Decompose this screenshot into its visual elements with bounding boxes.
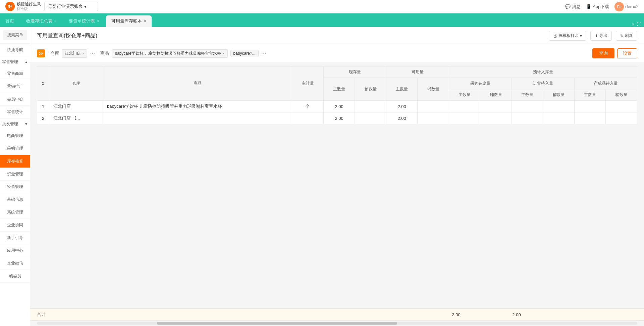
tab-order-stats[interactable]: 要货单统计表 × bbox=[63, 15, 105, 27]
warehouse-filter-more[interactable]: ··· bbox=[90, 50, 95, 57]
sidebar: 搜索菜单 快捷导航 零售管理 ▲ 零售商城 营销推广 会员中心 零售统计 批发管… bbox=[0, 27, 30, 326]
tab-available-stock[interactable]: 可用量库存账本 × bbox=[106, 15, 152, 27]
cell-current-aux bbox=[355, 101, 386, 112]
page-actions: 🖨 按模板打印 ▾ ⬆ 导出 ↻ 刷新 bbox=[549, 31, 637, 41]
sidebar-item-member[interactable]: 会员中心 bbox=[0, 93, 30, 106]
th-current-main: 主数量 bbox=[323, 78, 355, 101]
filter-expand-button[interactable]: ≫ bbox=[37, 49, 45, 57]
export-label: 导出 bbox=[599, 33, 607, 39]
sidebar-item-operations[interactable]: 经营管理 bbox=[0, 181, 30, 193]
product-filter-more[interactable]: ··· bbox=[261, 50, 266, 57]
tab-order-stats-close[interactable]: × bbox=[97, 19, 99, 24]
industry-selector[interactable]: 母婴行业演示账套 ▾ bbox=[44, 2, 98, 11]
product-filter-tag2[interactable]: babycare?... bbox=[230, 50, 259, 57]
th-settings[interactable]: ⚙ bbox=[37, 66, 49, 101]
print-icon: 🖨 bbox=[553, 34, 557, 38]
th-unit: 主计量 bbox=[292, 66, 324, 101]
tab-bar-actions: × ⛶ bbox=[632, 22, 644, 27]
cell-unit: 个 bbox=[292, 101, 324, 112]
ecommerce-label: 电商管理 bbox=[7, 133, 23, 139]
tab-income-summary[interactable]: 收发存汇总表 × bbox=[21, 15, 62, 27]
app-download-button[interactable]: 📱 App下载 bbox=[586, 4, 609, 10]
cell-product-main bbox=[574, 112, 606, 124]
th-product-aux: 辅数量 bbox=[606, 89, 637, 101]
tab-maximize-icon[interactable]: ⛶ bbox=[637, 22, 641, 27]
cell-current-aux bbox=[355, 112, 386, 124]
enterprise-wechat-label: 企业微信 bbox=[7, 261, 23, 266]
warehouse-filter-close[interactable]: × bbox=[82, 51, 84, 55]
wholesale-label: 批发管理 bbox=[2, 121, 18, 127]
table-footer: 合计 2.00 2.00 bbox=[30, 308, 644, 320]
product-filter-close1[interactable]: × bbox=[222, 51, 224, 55]
retail-mgmt-arrow: ▲ bbox=[24, 60, 28, 64]
sidebar-item-wholesale[interactable]: 批发管理 ▼ bbox=[0, 119, 30, 130]
enterprise-collab-label: 企业协同 bbox=[7, 222, 23, 228]
marketing-label: 营销推广 bbox=[7, 84, 23, 89]
export-button[interactable]: ⬆ 导出 bbox=[590, 31, 612, 41]
th-purchase-aux: 辅数量 bbox=[480, 89, 512, 101]
template-print-label: 按模板打印 bbox=[558, 33, 579, 39]
cell-product-main bbox=[574, 101, 606, 112]
refresh-label: 刷新 bbox=[625, 33, 633, 39]
tab-close-all-icon[interactable]: × bbox=[632, 22, 634, 27]
sidebar-item-retail-stats[interactable]: 零售统计 bbox=[0, 106, 30, 119]
new-guide-label: 新手引导 bbox=[7, 235, 23, 241]
sidebar-item-basic-info[interactable]: 基础信息 bbox=[0, 193, 30, 206]
scroll-bar-track[interactable] bbox=[37, 322, 637, 325]
footer-available-main: 2.00 bbox=[503, 312, 530, 317]
sidebar-item-enterprise-collab[interactable]: 企业协同 bbox=[0, 219, 30, 232]
tab-income-summary-close[interactable]: × bbox=[54, 19, 57, 24]
query-button[interactable]: 查询 bbox=[592, 48, 614, 58]
scroll-bar-area bbox=[30, 320, 644, 326]
vip-label: 畅会员 bbox=[9, 273, 21, 279]
refresh-icon: ↻ bbox=[620, 34, 624, 38]
sidebar-item-finance[interactable]: 资金管理 bbox=[0, 168, 30, 181]
avatar: Ea bbox=[614, 2, 624, 11]
search-menu-button[interactable]: 搜索菜单 bbox=[3, 30, 27, 40]
cell-incoming-aux bbox=[543, 112, 575, 124]
cell-index: 2 bbox=[37, 112, 49, 124]
basic-info-label: 基础信息 bbox=[7, 197, 23, 202]
message-button[interactable]: 💬 消息 bbox=[565, 4, 581, 10]
settings-button[interactable]: 设置 bbox=[617, 48, 637, 58]
top-bar-left: 好 畅捷通好生意 标准版 母婴行业演示账套 ▾ bbox=[5, 2, 98, 11]
tab-available-stock-close[interactable]: × bbox=[144, 19, 146, 24]
tab-home[interactable]: 首页 bbox=[0, 15, 19, 27]
product-filter-value2: babycare?... bbox=[233, 51, 256, 56]
cell-purchase-main bbox=[449, 112, 480, 124]
th-available-main: 主数量 bbox=[386, 78, 418, 101]
sidebar-item-vip[interactable]: 畅会员 bbox=[0, 270, 30, 283]
sidebar-item-retail-mgmt[interactable]: 零售管理 ▲ bbox=[0, 56, 30, 67]
cell-product-aux bbox=[606, 101, 637, 112]
sidebar-item-new-guide[interactable]: 新手引导 bbox=[0, 232, 30, 244]
inventory-label: 库存核算 bbox=[7, 158, 23, 164]
sidebar-item-marketing[interactable]: 营销推广 bbox=[0, 80, 30, 93]
warehouse-filter-tag[interactable]: 江北门店 × bbox=[62, 49, 87, 58]
cell-purchase-aux bbox=[480, 112, 512, 124]
retail-mgmt-label: 零售管理 bbox=[2, 59, 18, 65]
tab-order-stats-label: 要货单统计表 bbox=[69, 18, 95, 24]
th-product: 商品 bbox=[103, 66, 292, 101]
table-row: 2 江北门店 【... 2.00 2.00 bbox=[37, 112, 637, 124]
product-filter-tag1[interactable]: babycare学饮杯 儿童防摔防撞吸管杯重力球吸嘴杯宝宝水杯 × bbox=[112, 49, 227, 58]
wholesale-arrow: ▼ bbox=[24, 122, 28, 126]
sidebar-item-system[interactable]: 系统管理 bbox=[0, 206, 30, 219]
th-purchase-transit-group: 采购在途量 bbox=[449, 78, 512, 89]
sidebar-item-app-center[interactable]: 应用中心 bbox=[0, 244, 30, 257]
cell-warehouse: 江北门店 bbox=[49, 101, 103, 112]
footer-label: 合计 bbox=[37, 312, 46, 318]
th-purchase-main: 主数量 bbox=[449, 89, 480, 101]
app-center-label: 应用中心 bbox=[7, 248, 23, 253]
sidebar-item-enterprise-wechat[interactable]: 企业微信 bbox=[0, 257, 30, 270]
top-bar-right: 💬 消息 📱 App下载 Ea demo2 bbox=[565, 2, 639, 11]
refresh-button[interactable]: ↻ 刷新 bbox=[616, 31, 637, 41]
sidebar-item-purchase[interactable]: 采购管理 bbox=[0, 142, 30, 155]
sidebar-item-ecommerce[interactable]: 电商管理 bbox=[0, 130, 30, 142]
template-print-button[interactable]: 🖨 按模板打印 ▾ bbox=[549, 31, 586, 41]
sidebar-item-inventory[interactable]: 库存核算 bbox=[0, 155, 30, 168]
user-area[interactable]: Ea demo2 bbox=[614, 2, 639, 11]
home-tab-label: 首页 bbox=[5, 18, 14, 24]
sidebar-item-quick-nav[interactable]: 快捷导航 bbox=[0, 44, 30, 56]
scroll-bar-thumb[interactable] bbox=[157, 322, 397, 325]
sidebar-item-retail-mall[interactable]: 零售商城 bbox=[0, 67, 30, 80]
